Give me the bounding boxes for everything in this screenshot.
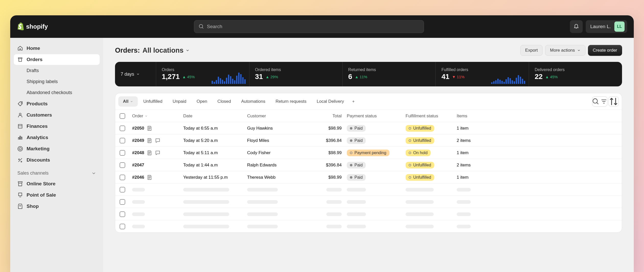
stat-label: Orders: [162, 67, 195, 72]
target-icon: [17, 146, 23, 152]
sidebar-item-orders[interactable]: Orders: [14, 54, 100, 65]
create-order-button[interactable]: Create order: [588, 45, 622, 56]
sidebar-item-home[interactable]: Home: [14, 43, 100, 54]
sales-channels-header[interactable]: Sales channels: [14, 166, 100, 178]
row-checkbox[interactable]: [115, 160, 130, 171]
sidebar-item-online-store[interactable]: Online Store: [14, 178, 100, 189]
store-icon: [17, 181, 23, 187]
tab-return-requests[interactable]: Return requests: [271, 96, 311, 107]
table-row[interactable]: #2050 Today at 6:55 a.m Guy Hawkins $98.…: [115, 122, 622, 134]
fulfillment-badge: On hold: [406, 150, 431, 156]
table-row[interactable]: #2046 Yesterday at 11:55 p.m Theresa Web…: [115, 171, 622, 183]
sidebar-item-shop[interactable]: Shop: [14, 201, 100, 212]
tab-all[interactable]: All: [118, 96, 138, 107]
topbar: shopify Search Lauren L. LL: [10, 15, 634, 38]
sidebar-item-discounts[interactable]: Discounts: [14, 155, 100, 165]
total-cell: $98.99: [308, 123, 344, 133]
items-cell: 1 item: [454, 172, 487, 183]
sidebar-item-label: Finances: [27, 123, 48, 129]
stat-delivered-orders[interactable]: Delivered orders 22 ▲ 45%: [529, 62, 622, 86]
table-header-row: Order DateCustomerTotalPayment statusFul…: [115, 110, 622, 122]
col-fulfillment-status[interactable]: Fulfillment status: [403, 111, 454, 121]
total-cell: $98.99: [308, 148, 344, 158]
notifications-button[interactable]: [570, 20, 583, 33]
row-checkbox[interactable]: [115, 148, 130, 158]
stat-label: Returned items: [348, 67, 376, 72]
order-id-cell: #2047: [130, 160, 181, 170]
brand-logo[interactable]: shopify: [17, 22, 48, 31]
stat-delta: ▲ 29%: [266, 75, 278, 79]
tab-automations[interactable]: Automations: [237, 96, 270, 107]
row-checkbox[interactable]: [115, 135, 130, 146]
sidebar: HomeOrdersDraftsShipping labelsAbandoned…: [10, 38, 103, 272]
stat-value: 1,271: [162, 73, 180, 81]
search-filter-button[interactable]: [592, 96, 607, 107]
page-header: Orders: All locations Export More action…: [115, 45, 622, 56]
sidebar-item-shipping-labels[interactable]: Shipping labels: [14, 76, 100, 87]
items-cell: 1 item: [454, 123, 487, 133]
customer-cell: Theresa Webb: [245, 172, 308, 183]
customer-cell: Floyd Miles: [245, 135, 308, 146]
chat-icon: [155, 150, 160, 156]
customer-cell: Cody Fisher: [245, 148, 308, 158]
tab-unfulfilled[interactable]: Unfulfilled: [139, 96, 167, 107]
stat-returned-items[interactable]: Returned items 6 ▲ 11%: [342, 62, 436, 86]
location-selector[interactable]: All locations: [143, 47, 190, 54]
stat-fulfilled-orders[interactable]: Fulfilled orders 41 ▼ 11%: [435, 62, 529, 86]
sidebar-item-point-of-sale[interactable]: Point of Sale: [14, 190, 100, 200]
date-cell: Today at 6:55 a.m: [181, 123, 245, 133]
shop-icon: [17, 203, 23, 209]
sidebar-item-label: Analytics: [27, 135, 48, 140]
fulfillment-status-cell: Unfulfilled: [403, 172, 454, 183]
stat-delta: ▼ 11%: [452, 75, 465, 79]
chevron-down-icon: [130, 100, 133, 103]
order-id-cell: #2048: [130, 148, 181, 158]
tag-icon: [17, 101, 23, 107]
tab-unpaid[interactable]: Unpaid: [168, 96, 191, 107]
payment-status-cell: Paid: [344, 122, 403, 134]
search-input[interactable]: Search: [194, 20, 424, 33]
sparkline: [212, 73, 246, 84]
sort-button[interactable]: [608, 96, 619, 107]
items-cell: 2 items: [454, 135, 487, 146]
chat-icon: [155, 150, 160, 156]
sidebar-item-finances[interactable]: Finances: [14, 121, 100, 132]
row-checkbox[interactable]: [115, 123, 130, 134]
stat-label: Delivered orders: [535, 67, 565, 72]
row-checkbox[interactable]: [115, 172, 130, 183]
tabs-row: AllUnfulfilledUnpaidOpenClosedAutomation…: [115, 93, 622, 110]
more-actions-button[interactable]: More actions: [545, 45, 585, 56]
search-icon: [592, 98, 599, 105]
tab-closed[interactable]: Closed: [213, 96, 236, 107]
table-row[interactable]: #2047 Today at 1:44 a.m Ralph Edwards $3…: [115, 159, 622, 171]
date-cell: Today at 1:44 a.m: [181, 160, 245, 170]
sidebar-item-abandoned-checkouts[interactable]: Abandoned checkouts: [14, 87, 100, 98]
sidebar-item-customers[interactable]: Customers: [14, 110, 100, 120]
user-name: Lauren L.: [590, 24, 611, 29]
col-customer[interactable]: Customer: [245, 111, 308, 121]
period-selector[interactable]: 7 days: [115, 62, 156, 86]
col-total[interactable]: Total: [308, 111, 344, 121]
export-button[interactable]: Export: [520, 45, 543, 56]
add-tab-button[interactable]: +: [350, 98, 357, 105]
sidebar-item-drafts[interactable]: Drafts: [14, 65, 100, 76]
note-icon: [147, 175, 152, 180]
table-row[interactable]: #2048 Today at 5:11 a.m Cody Fisher $98.…: [115, 146, 622, 159]
sidebar-item-marketing[interactable]: Marketing: [14, 143, 100, 154]
col-items[interactable]: Items: [454, 111, 487, 121]
col-payment-status[interactable]: Payment status: [344, 111, 403, 121]
tab-local-delivery[interactable]: Local Delivery: [312, 96, 349, 107]
stat-label: Ordered items: [255, 67, 281, 72]
sidebar-item-products[interactable]: Products: [14, 98, 100, 109]
stat-orders[interactable]: Orders 1,271 ▲ 45%: [156, 62, 249, 86]
col-date[interactable]: Date: [181, 111, 245, 121]
select-all-header[interactable]: [115, 111, 130, 121]
table-row[interactable]: #2049 Today at 5:20 a.m Floyd Miles $396…: [115, 134, 622, 146]
stat-ordered-items[interactable]: Ordered items 31 ▲ 29%: [249, 62, 342, 86]
col-order[interactable]: Order: [130, 111, 181, 121]
tab-open[interactable]: Open: [192, 96, 212, 107]
customer-cell: Guy Hawkins: [245, 123, 308, 133]
date-cell: Today at 5:11 a.m: [181, 148, 245, 158]
user-menu[interactable]: Lauren L. LL: [586, 20, 627, 33]
sidebar-item-analytics[interactable]: Analytics: [14, 132, 100, 143]
